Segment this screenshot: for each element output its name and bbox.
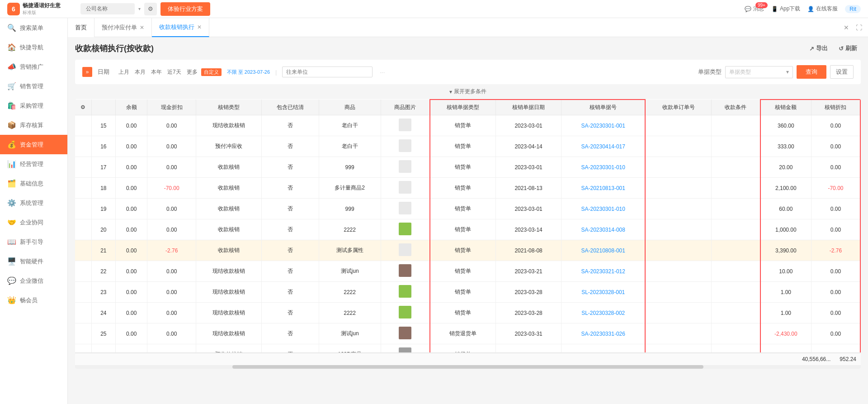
filter-right: 单据类型 单据类型 ▾ 查询 设置 [698,65,854,79]
sidebar-item-marketing[interactable]: 📣 营销推广 [0,57,67,76]
td-collection-order [645,303,711,323]
td-settings[interactable] [75,136,91,157]
user-name[interactable]: Rit [845,5,861,13]
guide-icon: 📖 [7,238,16,246]
sidebar-item-inventory[interactable]: 📦 库存核算 [0,115,67,135]
table-wrapper: ⚙ 余额 现金折扣 核销类型 包含已结清 商品 商品图片 核销单据类型 核销单据… [75,99,861,369]
date-btn-this-month[interactable]: 本月 [133,67,147,77]
logo-icon: 6 [7,3,20,15]
notification-btn[interactable]: 💬 消息 99+ [745,5,764,13]
td-settings[interactable] [75,115,91,136]
td-doc-number[interactable]: SL-20230328-001 [561,282,646,303]
sidebar-item-quicknav[interactable]: 🏠 快捷导航 [0,38,67,57]
sidebar-item-member[interactable]: 👑 畅会员 [0,290,67,310]
gear-button[interactable]: ⚙ [144,3,157,15]
tab-prepay[interactable]: 预付冲应付单 ✕ [94,18,152,37]
query-btn[interactable]: 查询 [797,65,826,79]
refresh-btn[interactable]: ↺ 刷新 [835,43,861,54]
td-doc-number[interactable]: SA-20210808-001 [561,240,646,261]
sidebar-item-hardware[interactable]: 🖥️ 智能硬件 [0,252,67,271]
td-doc-number[interactable]: SA-20230301-010 [561,157,646,178]
th-seq [91,100,116,115]
td-settings[interactable] [75,323,91,344]
scrollbar[interactable] [75,365,861,369]
td-doc-type: 销货单 [430,282,496,303]
td-settings[interactable] [75,240,91,261]
td-settings[interactable] [75,219,91,240]
td-doc-date: 2021-08-13 [495,178,561,199]
dropdown-arrow-icon[interactable]: ▾ [138,6,141,11]
th-include-settled: 包含已结清 [262,100,319,115]
th-writeoff-type: 核销类型 [196,100,262,115]
sidebar-item-system[interactable]: ⚙️ 系统管理 [0,193,67,213]
td-doc-number[interactable]: SA-20230301-001 [561,115,646,136]
app-download-btn[interactable]: 📱 App下载 [771,5,800,13]
page-title-text: 收款核销执行(按收款) [75,43,154,54]
date-custom-btn[interactable]: 自定义 [201,68,222,76]
td-balance: 0.00 [116,303,147,323]
company-name[interactable]: 公司名称 [80,3,135,14]
sidebar-item-enterprise[interactable]: 🤝 企业协同 [0,213,67,232]
td-doc-number[interactable]: ABC-001 [561,344,646,353]
td-settings[interactable] [75,261,91,282]
td-doc-number[interactable]: SA-20230414-017 [561,136,646,157]
th-settings[interactable]: ⚙ [75,100,91,115]
td-balance: 0.00 [116,157,147,178]
date-btn-last-month[interactable]: 上月 [117,67,131,77]
td-collection-condition [711,115,760,136]
export-btn[interactable]: ↗ 导出 [806,43,831,54]
td-collection-order [645,261,711,282]
td-settings[interactable] [75,178,91,199]
td-balance: 0.00 [116,240,147,261]
sidebar-item-guide[interactable]: 📖 新手引导 [0,232,67,252]
td-doc-number[interactable]: SL-20230328-002 [561,303,646,323]
date-label: 日期 [98,68,111,76]
sidebar-item-basic[interactable]: 🗂️ 基础信息 [0,174,67,193]
date-btn-7days[interactable]: 近7天 [165,67,183,77]
td-settings[interactable] [75,199,91,219]
setting-btn[interactable]: 设置 [830,65,854,79]
sidebar-item-finance[interactable]: 💰 资金管理 [0,135,67,154]
th-doc-type: 核销单据类型 [430,100,496,115]
doc-type-select[interactable]: 单据类型 ▾ [725,66,793,78]
td-settings[interactable] [75,157,91,178]
td-writeoff-type: 现结收款核销 [196,115,262,136]
tab-collection[interactable]: 收款核销执行 ✕ [152,18,209,37]
td-doc-number[interactable]: SA-20230321-012 [561,261,646,282]
sidebar-item-search[interactable]: 🔍 搜索菜单 [0,18,67,38]
sidebar-item-operations[interactable]: 📊 经营管理 [0,154,67,174]
td-doc-number[interactable]: SA-20230301-010 [561,199,646,219]
date-btn-this-year[interactable]: 本年 [149,67,164,77]
td-collection-order [645,136,711,157]
tab-prepay-close[interactable]: ✕ [140,24,144,31]
th-collection-order: 收款单订单号 [645,100,711,115]
online-service-btn[interactable]: 👤 在线客服 [807,5,838,13]
sidebar-item-sales[interactable]: 🛒 销售管理 [0,76,67,96]
export-icon: ↗ [809,45,814,52]
date-btn-more[interactable]: 更多 [185,67,199,77]
sidebar-item-wechat[interactable]: 💬 企业微信 [0,271,67,290]
tab-maximize-btn[interactable]: ⛶ [854,22,864,33]
expand-more-btn[interactable]: ▾ 展开更多条件 [449,88,486,95]
td-settings[interactable] [75,344,91,353]
filter-expand-btn[interactable]: » [82,67,92,77]
td-doc-number[interactable]: SA-20230331-026 [561,323,646,344]
td-doc-type: 销货单 [430,157,496,178]
td-settings[interactable] [75,282,91,303]
td-doc-number[interactable]: SA-20210813-001 [561,178,646,199]
td-doc-number[interactable]: SA-20230314-008 [561,219,646,240]
trial-button[interactable]: 体验行业方案 [160,2,210,16]
scrollbar-thumb[interactable] [232,365,704,369]
table-container[interactable]: ⚙ 余额 现金折扣 核销类型 包含已结清 商品 商品图片 核销单据类型 核销单据… [75,99,861,352]
tab-prepay-label: 预付冲应付单 [102,24,137,32]
tab-collection-close[interactable]: ✕ [197,24,202,30]
trading-unit-input[interactable] [282,67,373,77]
tab-close-window-btn[interactable]: ✕ [841,22,852,33]
sidebar-item-purchase[interactable]: 🛍️ 采购管理 [0,96,67,115]
table-row: 22 0.00 0.00 现结收款核销 否 测试jun 销货单 2023-03-… [75,261,860,282]
td-settings[interactable] [75,303,91,323]
tab-home[interactable]: 首页 [68,18,94,37]
td-balance: 0.00 [116,261,147,282]
td-writeoff-type: 收款核销 [196,178,262,199]
td-writeoff-discount: 0.00 [811,344,860,353]
